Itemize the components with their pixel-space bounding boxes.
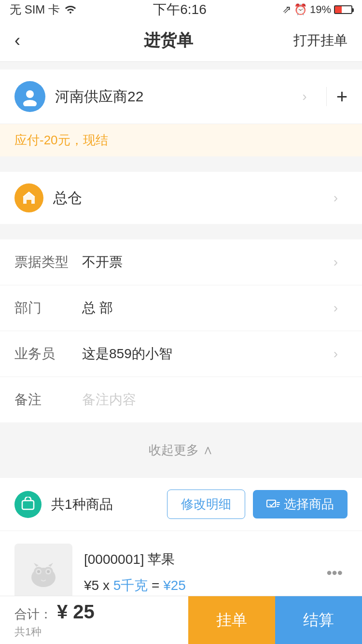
svg-rect-3 xyxy=(22,501,34,509)
bottom-bar: 合计： ¥ 25 共1种 挂单 结算 xyxy=(0,596,362,644)
product-count-icon xyxy=(14,491,42,518)
location-icon: ⇗ xyxy=(282,3,291,16)
hang-order-button[interactable]: 挂单 xyxy=(188,596,275,644)
invoice-chevron-icon: › xyxy=(334,254,338,270)
supplier-section: 河南供应商22 › + 应付-20元，现结 xyxy=(0,70,362,156)
qty-value: 5千克 xyxy=(113,578,148,593)
battery-percent: 19% xyxy=(310,3,331,16)
total-price: ¥25 xyxy=(163,578,186,593)
product-title: 苹果 xyxy=(148,552,175,567)
salesman-label: 业务员 xyxy=(14,345,82,363)
status-bar: 无 SIM 卡 下午6:16 ⇗ ⏰ 19% xyxy=(0,0,362,19)
department-label: 部门 xyxy=(14,299,82,317)
collapse-bar[interactable]: 收起更多 ∧ xyxy=(0,430,362,470)
invoice-row[interactable]: 票据类型 不开票 › xyxy=(0,239,362,285)
product-more-button[interactable]: ••• xyxy=(321,559,348,587)
product-code: [0000001] xyxy=(84,552,148,567)
wifi-icon xyxy=(64,3,77,16)
warehouse-name: 总仓 xyxy=(53,188,334,208)
department-row[interactable]: 部门 总 部 › xyxy=(0,285,362,331)
warehouse-chevron-icon: › xyxy=(334,190,338,206)
product-thumbnail xyxy=(14,544,72,602)
svg-point-10 xyxy=(37,570,40,573)
supplier-row[interactable]: 河南供应商22 › + xyxy=(0,70,362,124)
remark-label: 备注 xyxy=(14,391,82,409)
carrier-text: 无 SIM 卡 xyxy=(10,2,60,17)
product-price: ¥5 x 5千克 = ¥25 xyxy=(84,576,321,595)
total-amount: ¥ 25 xyxy=(57,601,95,623)
product-info: [0000001] 苹果 ¥5 x 5千克 = ¥25 xyxy=(84,550,321,595)
warehouse-icon xyxy=(14,183,43,212)
product-name: [0000001] 苹果 xyxy=(84,550,321,569)
status-right: ⇗ ⏰ 19% xyxy=(282,3,352,16)
salesman-row[interactable]: 业务员 这是859的小智 › xyxy=(0,331,362,377)
remark-input[interactable]: 备注内容 xyxy=(82,391,348,409)
select-product-label: 选择商品 xyxy=(284,496,334,513)
status-left: 无 SIM 卡 xyxy=(10,2,77,17)
total-label: 合计： xyxy=(14,606,52,623)
svg-point-1 xyxy=(23,100,37,106)
warehouse-section: 总仓 › xyxy=(0,172,362,224)
supplier-name: 河南供应商22 xyxy=(55,87,302,107)
department-chevron-icon: › xyxy=(334,300,338,316)
svg-point-11 xyxy=(47,570,50,573)
salesman-chevron-icon: › xyxy=(334,346,338,362)
back-button[interactable]: ‹ xyxy=(14,30,43,51)
product-count-text: 共1种商品 xyxy=(51,495,167,514)
salesman-value: 这是859的小智 xyxy=(82,345,334,363)
warehouse-row[interactable]: 总仓 › xyxy=(0,172,362,224)
department-value: 总 部 xyxy=(82,299,334,317)
open-hang-button[interactable]: 打开挂单 xyxy=(293,31,348,50)
product-section: 共1种商品 修改明细 选择商品 xyxy=(0,478,362,613)
select-product-button[interactable]: 选择商品 xyxy=(253,490,348,518)
status-time: 下午6:16 xyxy=(153,0,207,19)
supplier-divider xyxy=(326,87,327,106)
total-main: 合计： ¥ 25 xyxy=(14,601,174,623)
form-section: 票据类型 不开票 › 部门 总 部 › 业务员 这是859的小智 › 备注 备注… xyxy=(0,239,362,422)
supplier-chevron-icon: › xyxy=(302,89,306,104)
total-sub: 共1种 xyxy=(14,625,174,639)
svg-rect-2 xyxy=(27,200,31,204)
nav-bar: ‹ 进货单 打开挂单 xyxy=(0,19,362,62)
remark-row[interactable]: 备注 备注内容 xyxy=(0,377,362,422)
checkout-button[interactable]: 结算 xyxy=(275,596,362,644)
add-supplier-button[interactable]: + xyxy=(336,87,348,106)
total-area: 合计： ¥ 25 共1种 xyxy=(0,601,188,639)
product-header: 共1种商品 修改明细 选择商品 xyxy=(0,478,362,531)
unit-price: ¥5 x xyxy=(84,578,113,593)
page-title: 进货单 xyxy=(144,29,193,52)
supplier-notice: 应付-20元，现结 xyxy=(0,124,362,156)
supplier-avatar xyxy=(14,81,45,112)
battery-icon xyxy=(334,5,352,14)
alarm-icon: ⏰ xyxy=(294,3,307,16)
invoice-label: 票据类型 xyxy=(14,253,82,271)
equals: = xyxy=(148,578,163,593)
svg-point-0 xyxy=(26,90,34,98)
modify-detail-button[interactable]: 修改明细 xyxy=(167,490,245,519)
invoice-value: 不开票 xyxy=(82,253,334,271)
